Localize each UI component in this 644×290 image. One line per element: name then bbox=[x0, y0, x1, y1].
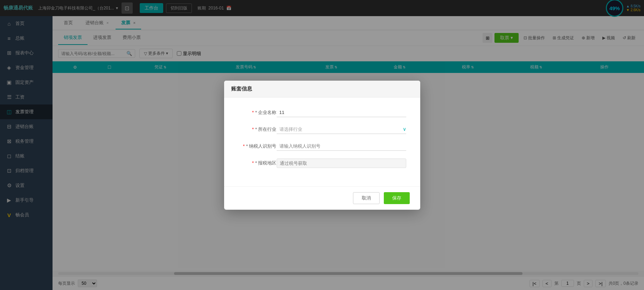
industry-select-wrapper: 请选择行业 ∨ bbox=[277, 125, 406, 134]
form-row-tax-id: ** 纳税人识别号 bbox=[238, 142, 406, 151]
form-row-company: ** 企业名称 bbox=[238, 108, 406, 117]
tax-id-input[interactable] bbox=[277, 142, 406, 151]
company-name-input[interactable] bbox=[277, 108, 406, 117]
industry-select[interactable]: 请选择行业 bbox=[277, 125, 403, 134]
tax-id-label: ** 纳税人识别号 bbox=[238, 143, 277, 149]
industry-label: ** 所在行业 bbox=[238, 126, 277, 133]
modal-body: ** 企业名称 ** 所在行业 请选择行业 ∨ ** 纳税人识 bbox=[224, 97, 420, 186]
modal-overlay: 账套信息 ** 企业名称 ** 所在行业 请选择行业 ∨ bbox=[0, 0, 644, 290]
company-name-label: ** 企业名称 bbox=[238, 109, 277, 116]
tax-region-input bbox=[277, 159, 406, 168]
modal-footer: 取消 保存 bbox=[224, 186, 420, 210]
form-row-tax-region: ** 报税地区 bbox=[238, 159, 406, 168]
tax-region-label: ** 报税地区 bbox=[238, 160, 277, 166]
modal-header: 账套信息 bbox=[224, 81, 420, 97]
account-info-modal: 账套信息 ** 企业名称 ** 所在行业 请选择行业 ∨ bbox=[224, 81, 420, 210]
industry-dropdown-icon: ∨ bbox=[403, 126, 406, 132]
modal-title: 账套信息 bbox=[231, 86, 252, 92]
save-button[interactable]: 保存 bbox=[384, 192, 410, 204]
cancel-button[interactable]: 取消 bbox=[353, 192, 380, 204]
form-row-industry: ** 所在行业 请选择行业 ∨ bbox=[238, 125, 406, 134]
